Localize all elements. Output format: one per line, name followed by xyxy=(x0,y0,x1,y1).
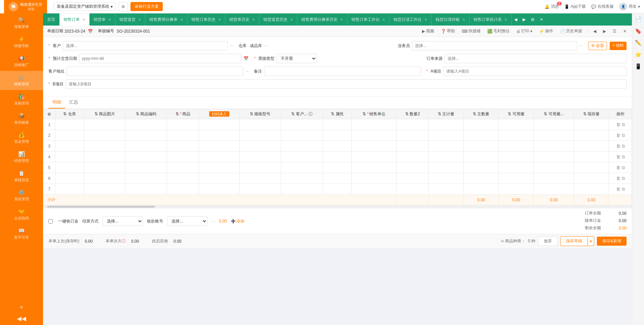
tab-cash-workbench[interactable]: 钱货日清工作台 ✕ xyxy=(389,13,431,26)
cell-unit[interactable] xyxy=(351,119,396,130)
cell-attribute[interactable] xyxy=(323,119,351,130)
tab-sales-workbench[interactable]: 销售订单工作台 ✕ xyxy=(347,13,389,26)
order-source-input[interactable] xyxy=(445,54,627,63)
address-more-icon[interactable]: ··· xyxy=(245,69,249,74)
close-icon[interactable]: ✕ xyxy=(138,18,141,22)
right-panel-star-icon[interactable]: ⭐ xyxy=(635,51,642,58)
cell-customer-code[interactable] xyxy=(281,119,323,130)
sidebar-item-search[interactable]: 🔍 搜索菜单 xyxy=(0,13,43,33)
tab-more-prev[interactable]: ◀ xyxy=(512,17,520,22)
copy-row-icon[interactable]: ⧉ xyxy=(622,176,625,181)
close-icon[interactable]: ✕ xyxy=(382,18,385,22)
customer-address-input[interactable] xyxy=(67,67,243,76)
delete-row-icon[interactable]: 🗑 xyxy=(616,154,620,159)
th-current[interactable]: ⇅ 现存量 xyxy=(574,109,609,119)
account-select[interactable]: 选择... xyxy=(167,216,207,226)
customer-more-icon[interactable]: ··· xyxy=(230,43,233,48)
th-available2[interactable]: ⇅ 可用量... xyxy=(534,109,574,119)
cell-current[interactable] xyxy=(574,119,609,130)
sidebar-item-system[interactable]: ⚙️ 系统管理 xyxy=(0,186,43,205)
add-payment-btn[interactable]: ➕ 添加 xyxy=(231,218,244,224)
tab-home[interactable]: 首页 xyxy=(43,13,60,26)
b-project-input[interactable] xyxy=(66,79,627,89)
th-spec[interactable]: ⇅ 规格型号 xyxy=(239,109,281,119)
close-icon[interactable]: ✕ xyxy=(424,18,427,22)
customer-input[interactable] xyxy=(63,41,228,50)
sidebar-item-sales[interactable]: 🛒 销售管理 xyxy=(0,71,43,90)
system-selector[interactable]: 装备及固定资产辅助管理系统 ▾ xyxy=(54,2,116,11)
tab-close-all[interactable]: ✕ xyxy=(537,17,546,22)
th-scan[interactable]: 扫码录入 xyxy=(199,109,239,119)
close-btn[interactable]: ✕ xyxy=(622,28,628,34)
tab-sales-order-history[interactable]: 销售订单历史 ✕ xyxy=(187,13,225,26)
cell-scan[interactable] xyxy=(199,119,239,130)
close-icon[interactable]: ✕ xyxy=(218,18,221,22)
tab-sales-return[interactable]: 销货退货 ✕ xyxy=(115,13,145,26)
close-icon[interactable]: ✕ xyxy=(462,18,465,22)
copy-row-icon[interactable]: ⧉ xyxy=(622,133,625,138)
tab-sales-stats[interactable]: 销售订单统计表 ✕ xyxy=(469,13,512,26)
scan-badge[interactable]: 扫码录入 xyxy=(209,111,229,117)
sidebar-item-inventory[interactable]: 📦 库存核算 xyxy=(0,109,43,128)
tab-more-next[interactable]: ▶ xyxy=(520,17,528,22)
close-icon[interactable]: ✕ xyxy=(82,18,85,22)
sidebar-item-enterprise[interactable]: 🤝 企业协同 xyxy=(0,205,43,224)
tab-sales-order[interactable]: 销售订单 ✕ xyxy=(60,13,89,26)
th-qty2[interactable]: ⇅ 数量2 xyxy=(396,109,429,119)
settings-icon-btn[interactable]: ⚙ xyxy=(118,2,128,11)
sidebar-collapse-btn[interactable]: ◀◀ xyxy=(0,312,43,325)
cell-main-unit[interactable] xyxy=(429,119,464,130)
close-icon[interactable]: ✕ xyxy=(180,18,183,22)
notification-area[interactable]: 🔔 9 消息 xyxy=(544,4,559,9)
salesperson-input[interactable] xyxy=(412,41,577,50)
cell-spec[interactable] xyxy=(239,119,281,130)
sidebar-item-base-info[interactable]: 📋 基础信息 xyxy=(0,167,43,186)
invoice-type-select[interactable]: 不开票 xyxy=(276,54,317,63)
salesperson-more-icon[interactable]: ··· xyxy=(579,43,583,48)
delete-row-icon[interactable]: 🗑 xyxy=(616,165,620,170)
print-btn[interactable]: 🖨 打印 ▾ xyxy=(515,28,534,35)
th-product[interactable]: ⇅ *商品 xyxy=(167,109,199,119)
cell-main-qty[interactable] xyxy=(464,119,499,130)
help-btn[interactable]: ❓ 帮助 xyxy=(440,28,456,35)
sidebar-item-guide[interactable]: 📖 新手引导 xyxy=(0,224,43,243)
th-image[interactable]: ⇅ 商品图片 xyxy=(84,109,125,119)
th-available[interactable]: ⇅ 可用量 xyxy=(499,109,534,119)
delete-row-icon[interactable]: 🗑 xyxy=(616,176,620,181)
th-code[interactable]: ⇅ 商品编码 xyxy=(125,109,167,119)
tab-grid-icon[interactable]: ⊞ xyxy=(528,17,537,22)
note-input[interactable] xyxy=(264,67,421,76)
cell-qty2[interactable] xyxy=(396,119,429,130)
tab-return-history[interactable]: 销货退货历史 ✕ xyxy=(259,13,297,26)
date-picker-icon[interactable]: 📅 xyxy=(243,56,249,61)
scroll-thumb[interactable] xyxy=(47,206,155,208)
close-icon[interactable]: ✕ xyxy=(290,18,293,22)
user-area[interactable]: 👤 用友 ▾ xyxy=(619,3,640,11)
profit-estimate-btn[interactable]: 💹 毛利预估 xyxy=(486,28,511,35)
th-attribute[interactable]: ⇅ 属性 xyxy=(323,109,351,119)
cell-available2[interactable] xyxy=(534,119,574,130)
delete-row-icon[interactable]: 🗑 xyxy=(616,144,620,149)
save-draft-dropdown[interactable]: ▾ xyxy=(588,237,594,245)
tab-detail[interactable]: 明细 xyxy=(48,96,65,109)
right-panel-bookmark-icon[interactable]: 🔖 xyxy=(635,28,642,34)
delete-row-icon[interactable]: 🗑 xyxy=(616,187,620,192)
history-doc-btn[interactable]: 📄 历史单据 xyxy=(559,28,583,35)
cell-product[interactable] xyxy=(167,119,199,130)
a-project-input[interactable] xyxy=(443,67,627,76)
next-btn[interactable]: ▶ xyxy=(602,28,607,34)
calendar-icon[interactable]: 📅 xyxy=(88,29,93,34)
copy-row-icon[interactable]: ⧉ xyxy=(622,165,625,170)
copy-row-icon[interactable]: ⧉ xyxy=(622,144,625,149)
th-customer-code[interactable]: ⇅ 客户... ⓘ xyxy=(281,109,323,119)
tab-sales-invoice[interactable]: 销货单 ✕ xyxy=(89,13,115,26)
th-main-unit[interactable]: ⇅ 主计量 xyxy=(429,109,464,119)
settlement-select[interactable]: 选择... xyxy=(103,216,143,226)
close-icon[interactable]: ✕ xyxy=(108,18,111,22)
copy-row-icon[interactable]: ⧉ xyxy=(622,154,625,160)
right-panel-phone-icon[interactable]: 📱 xyxy=(635,63,642,70)
delete-row-icon[interactable]: 🗑 xyxy=(616,122,620,127)
account-more-icon[interactable]: ··· xyxy=(212,219,215,224)
video-btn[interactable]: ▶ 视频 xyxy=(421,28,435,35)
copy-row-icon[interactable]: ⧉ xyxy=(622,187,625,192)
